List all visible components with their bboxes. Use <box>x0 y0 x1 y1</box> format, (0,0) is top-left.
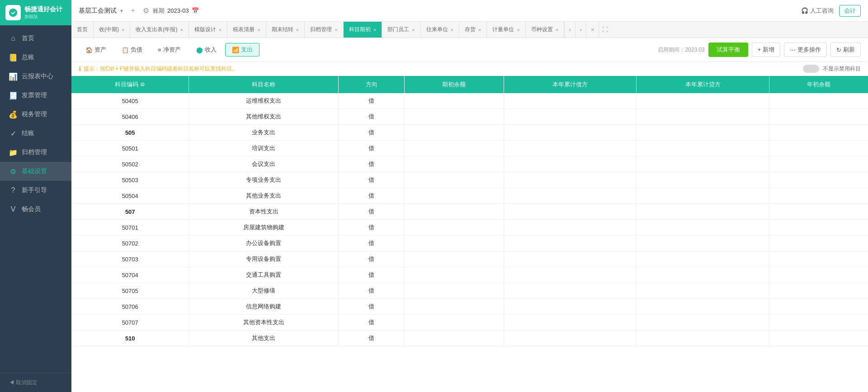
table-row[interactable]: 505 业务支出 借 <box>71 125 868 141</box>
table-row[interactable]: 50704 交通工具购置 借 <box>71 267 868 283</box>
tab-dept-emp-close[interactable]: × <box>412 27 415 33</box>
refresh-button[interactable]: ↻ 刷新 <box>830 43 861 57</box>
cell-ytd-credit <box>637 93 769 109</box>
period-display: 账期 2023-03 📅 <box>153 7 199 15</box>
cell-ytd-credit <box>637 220 769 236</box>
sidebar-item-member[interactable]: V畅会员 <box>0 200 71 219</box>
cell-name: 运维维权支出 <box>189 93 339 109</box>
settings-icon[interactable]: ⚙ <box>143 6 149 15</box>
sidebar-item-closing[interactable]: ✓结账 <box>0 124 71 143</box>
cell-code: 50701 <box>71 220 189 236</box>
cell-code: 50705 <box>71 283 189 299</box>
tabs-close-all[interactable]: × <box>586 22 599 38</box>
cell-ytd-credit <box>637 283 769 299</box>
tab-dept-emp[interactable]: 部门员工 × <box>382 22 420 38</box>
category-tabs: 🏠 资产 📋 负债 ≡ 净资产 ⬤ 收入 📶 支出 <box>79 43 259 57</box>
table-row[interactable]: 50405 运维维权支出 借 <box>71 93 868 109</box>
sidebar-item-settings[interactable]: ⚙基础设置 <box>0 162 71 181</box>
cat-tab-asset[interactable]: 🏠 资产 <box>79 43 113 57</box>
tab-template-close[interactable]: × <box>219 27 222 33</box>
sidebar-item-ledger[interactable]: 📒总账 <box>0 48 71 67</box>
cell-period-balance <box>404 141 504 156</box>
disable-toggle[interactable] <box>803 65 819 73</box>
tab-subject-init-close[interactable]: × <box>373 27 376 33</box>
sidebar-label-member: 畅会员 <box>22 205 41 213</box>
table-row[interactable]: 50702 办公设备购置 借 <box>71 236 868 251</box>
tab-period-end[interactable]: 期末结转 × <box>266 22 305 38</box>
accountant-button[interactable]: 会计 <box>839 5 861 17</box>
table-row[interactable]: 50406 其他维权支出 借 <box>71 109 868 125</box>
table-row[interactable]: 50504 其他业务支出 借 <box>71 188 868 204</box>
tabs-maximize[interactable]: ⛶ <box>599 22 611 38</box>
add-company-icon[interactable]: ＋ <box>127 5 139 16</box>
table-row[interactable]: 50502 会议支出 借 <box>71 156 868 172</box>
tab-dept-emp-label: 部门员工 <box>387 26 409 33</box>
tab-tax-clear-close[interactable]: × <box>257 27 260 33</box>
column-settings-icon[interactable]: ⚙ <box>140 81 145 88</box>
balance-button[interactable]: 试算平衡 <box>708 43 748 57</box>
tab-inventory-close[interactable]: × <box>478 27 481 33</box>
tabs-scroll-left[interactable]: ‹ <box>564 22 575 38</box>
sidebar-item-home[interactable]: ⌂首页 <box>0 29 71 48</box>
table-row[interactable]: 50501 培训支出 借 <box>71 141 868 156</box>
sidebar-item-archive[interactable]: 📁归档管理 <box>0 143 71 162</box>
tab-template[interactable]: 模版设计 × <box>189 22 227 38</box>
cell-ytd-credit <box>637 204 769 220</box>
table-row[interactable]: 510 其他支出 借 <box>71 331 868 346</box>
cat-tab-income[interactable]: ⬤ 收入 <box>189 43 223 57</box>
tab-income-year[interactable]: 收入支出表(年报) × <box>130 22 189 38</box>
table-row[interactable]: 50707 其他资本性支出 借 <box>71 315 868 331</box>
more-button[interactable]: ⋯ 更多操作 <box>784 43 827 57</box>
table-row[interactable]: 50503 专项业务支出 借 <box>71 172 868 188</box>
table-row[interactable]: 50701 房屋建筑物购建 借 <box>71 220 868 236</box>
th-code-label: 科目编码 <box>115 81 138 88</box>
sidebar-label-settings: 基础设置 <box>22 167 47 175</box>
cell-code: 505 <box>71 125 189 141</box>
tab-template-label: 模版设计 <box>194 26 216 33</box>
tab-currency[interactable]: 币种设置 × <box>526 22 564 38</box>
cell-dir: 借 <box>339 251 404 267</box>
cat-tab-net-asset[interactable]: ≡ 净资产 <box>151 43 188 57</box>
table-row[interactable]: 507 资本性支出 借 <box>71 204 868 220</box>
tab-archive-close[interactable]: × <box>335 27 337 33</box>
cell-period-balance <box>404 93 504 109</box>
table-row[interactable]: 50703 专用设备购置 借 <box>71 251 868 267</box>
tab-currency-close[interactable]: × <box>556 27 558 33</box>
company-dropdown-icon[interactable]: ▾ <box>120 8 123 14</box>
cat-tab-liability[interactable]: 📋 负债 <box>115 43 149 57</box>
topbar-left: 基层工会测试 ▾ ＋ ⚙ 账期 2023-03 📅 <box>79 5 199 16</box>
category-right: 启用期间：2023.03 试算平衡 + 新增 ⋯ 更多操作 ↻ 刷新 <box>658 43 861 57</box>
sidebar-item-reports[interactable]: 📊云报表中心 <box>0 67 71 86</box>
table-row[interactable]: 50705 大型修缮 借 <box>71 283 868 299</box>
tab-archive[interactable]: 归档管理 × <box>305 22 343 38</box>
service-button[interactable]: 🎧 人工咨询 <box>801 7 834 15</box>
tabs-scroll-right[interactable]: › <box>575 22 586 38</box>
cell-code: 507 <box>71 204 189 220</box>
tab-balance-mid[interactable]: 收(中期) × <box>94 22 130 38</box>
tab-tax-clear[interactable]: 税表清册 × <box>227 22 266 38</box>
table-row[interactable]: 50706 信息网络购建 借 <box>71 299 868 315</box>
sidebar-item-newbie[interactable]: ?新手引导 <box>0 181 71 200</box>
tab-unit[interactable]: 计量单位 × <box>487 22 525 38</box>
sidebar-item-tax[interactable]: 💰税务管理 <box>0 105 71 124</box>
tab-partner-close[interactable]: × <box>451 27 453 33</box>
topbar: 基层工会测试 ▾ ＋ ⚙ 账期 2023-03 📅 🎧 人工咨询 会计 <box>71 0 868 22</box>
tab-unit-close[interactable]: × <box>517 27 519 33</box>
tab-subject-init[interactable]: 科目期初 × <box>344 22 382 38</box>
calendar-icon[interactable]: 📅 <box>192 7 199 14</box>
tab-home[interactable]: 首页 <box>71 22 94 38</box>
cell-dir: 借 <box>339 93 404 109</box>
add-button[interactable]: + 新增 <box>752 43 780 57</box>
tab-income-year-close[interactable]: × <box>180 27 183 33</box>
sidebar-item-invoice[interactable]: 🧾发票管理 <box>0 86 71 105</box>
cell-ytd-debit <box>504 283 637 299</box>
tab-partner[interactable]: 往来单位 × <box>421 22 459 38</box>
cat-tab-net-asset-label: 净资产 <box>163 46 181 54</box>
cell-ytd-debit <box>504 251 637 267</box>
cat-tab-expense[interactable]: 📶 支出 <box>225 43 259 57</box>
sidebar-collapse[interactable]: ◀ 取消固定 <box>0 373 71 392</box>
tab-balance-mid-close[interactable]: × <box>122 27 124 33</box>
tab-partner-label: 往来单位 <box>426 26 448 33</box>
tab-inventory[interactable]: 存货 × <box>459 22 487 38</box>
tab-period-end-close[interactable]: × <box>296 27 299 33</box>
